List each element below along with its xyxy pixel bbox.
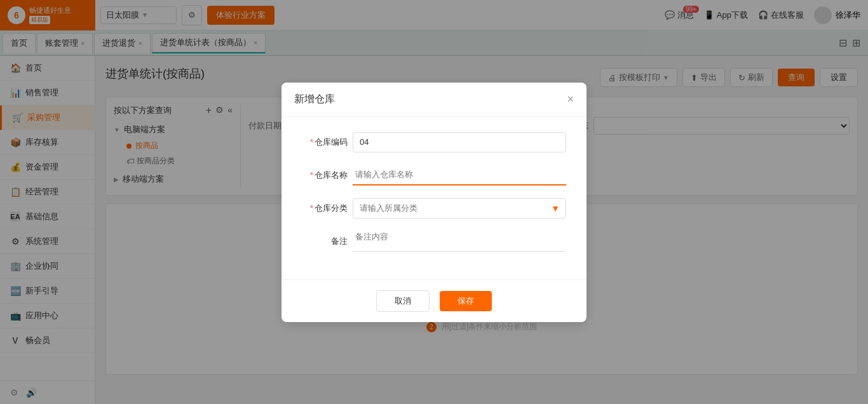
warehouse-category-row: 仓库分类 ▼ [302, 198, 566, 219]
modal-close-icon[interactable]: × [567, 93, 574, 106]
warehouse-name-input[interactable] [353, 165, 566, 185]
modal-footer: 取消 保存 [281, 279, 587, 322]
modal-header: 新增仓库 × [281, 83, 587, 117]
warehouse-code-input[interactable] [353, 132, 566, 152]
modal-body: 仓库编码 仓库名称 仓库分类 ▼ 备注 [281, 117, 587, 279]
warehouse-category-label: 仓库分类 [302, 203, 353, 214]
warehouse-remark-label: 备注 [302, 236, 353, 247]
warehouse-code-row: 仓库编码 [302, 132, 566, 152]
warehouse-code-label: 仓库编码 [302, 137, 353, 148]
save-button[interactable]: 保存 [440, 291, 492, 311]
warehouse-remark-input[interactable] [353, 231, 566, 252]
modal-title: 新增仓库 [294, 93, 335, 106]
warehouse-remark-row: 备注 [302, 231, 566, 252]
cancel-button[interactable]: 取消 [376, 290, 430, 312]
warehouse-name-row: 仓库名称 [302, 165, 566, 185]
modal: 新增仓库 × 仓库编码 仓库名称 仓库分类 ▼ [281, 83, 587, 322]
warehouse-category-input[interactable] [353, 198, 566, 219]
modal-overlay: 新增仓库 × 仓库编码 仓库名称 仓库分类 ▼ [0, 0, 868, 404]
warehouse-name-label: 仓库名称 [302, 170, 353, 181]
warehouse-category-select-wrapper: ▼ [353, 198, 566, 219]
